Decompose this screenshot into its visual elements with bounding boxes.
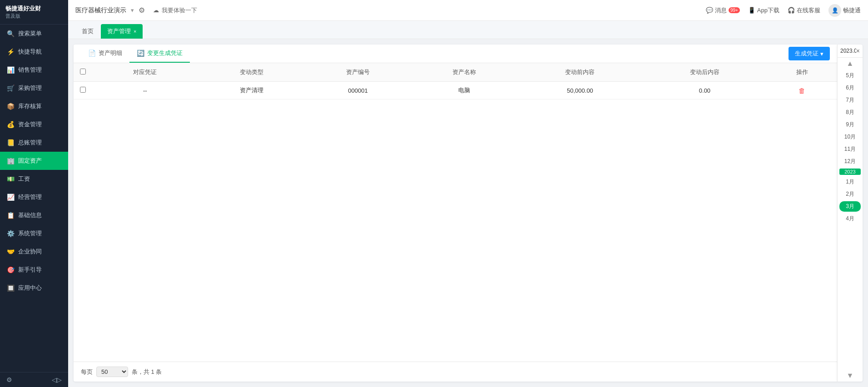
col-header-asset-code: 资产编号	[305, 63, 411, 82]
generate-btn-label: 生成凭证	[795, 50, 818, 58]
data-table: 对应凭证变动类型资产编号资产名称变动前内容变动后内容操作 -- 资产清理 000…	[74, 63, 837, 99]
sidebar-item-finance[interactable]: 💰 资金管理	[0, 115, 68, 134]
customer-service-btn[interactable]: 🎧 在线客服	[788, 6, 820, 15]
sidebar-item-guide[interactable]: 🎯 新手引导	[0, 261, 68, 279]
timeline-month[interactable]: 12月	[838, 155, 863, 168]
sidebar-item-label: 新手引导	[18, 266, 42, 274]
sidebar-item-fixed-assets[interactable]: 🏢 固定资产	[0, 152, 68, 170]
timeline-nav-up[interactable]: ▲	[838, 58, 863, 69]
sidebar-logo: 畅捷通好业财 普及版	[0, 0, 68, 25]
basic-info-icon: 📋	[6, 211, 15, 219]
pagination: 每页 102050100 条，共 1 条	[74, 362, 837, 382]
avatar: 👤	[828, 4, 841, 17]
timeline-nav-down[interactable]: ▼	[838, 370, 863, 382]
per-page-select[interactable]: 102050100	[96, 367, 128, 377]
sidebar-item-ledger[interactable]: 📒 总账管理	[0, 134, 68, 152]
delete-icon[interactable]: 🗑	[799, 87, 805, 94]
timeline-month[interactable]: 2月	[838, 188, 863, 200]
tab-close-icon[interactable]: ×	[134, 29, 136, 34]
sales-icon: 📊	[6, 66, 15, 74]
subtab-change-voucher[interactable]: 🔄变更生成凭证	[129, 45, 190, 63]
timeline-month[interactable]: 3月	[839, 201, 861, 212]
timeline-month[interactable]: 9月	[838, 119, 863, 131]
sidebar-item-operations[interactable]: 📈 经营管理	[0, 188, 68, 206]
generate-voucher-button[interactable]: 生成凭证▾	[789, 47, 830, 60]
gear-icon[interactable]: ⚙	[139, 6, 145, 15]
timeline-month[interactable]: 4月	[838, 213, 863, 225]
settings-icon[interactable]: ⚙	[6, 376, 12, 383]
row-change-type: 资产清理	[198, 82, 304, 99]
app-center-icon: 🔲	[6, 284, 15, 292]
asset-detail-icon: 📄	[88, 50, 96, 57]
col-header-asset-name: 资产名称	[411, 63, 517, 82]
sidebar-item-app-center[interactable]: 🔲 应用中心	[0, 279, 68, 297]
sidebar-item-label: 工资	[18, 175, 30, 183]
timeline-month[interactable]: 7月	[838, 94, 863, 106]
sidebar-item-label: 总账管理	[18, 139, 42, 147]
per-page-label: 每页	[81, 368, 93, 376]
timeline-month[interactable]: 1月	[838, 176, 863, 188]
sidebar-item-label: 经营管理	[18, 193, 42, 201]
experience-text: 我要体验一下	[162, 6, 197, 15]
sidebar-item-label: 搜索菜单	[18, 30, 42, 38]
quick-nav-icon: ⚡	[6, 48, 15, 56]
timeline-title: 2023.03	[840, 48, 856, 54]
row-voucher: --	[92, 82, 198, 99]
sidebar-item-enterprise[interactable]: 🤝 企业协同	[0, 243, 68, 261]
subtab-label: 资产明细	[99, 49, 122, 57]
col-header-change-type: 变动类型	[198, 63, 304, 82]
message-icon: 💬	[706, 7, 713, 14]
sidebar-item-label: 企业协同	[18, 248, 42, 256]
search-icon: 🔍	[6, 30, 15, 38]
tab-home[interactable]: 首页	[75, 24, 100, 39]
content-main: 📄资产明细🔄变更生成凭证生成凭证▾ 对应凭证变动类型资产编号资产名称变动前内容变…	[74, 45, 837, 382]
service-icon: 🎧	[788, 7, 795, 14]
timeline-month[interactable]: 6月	[838, 82, 863, 94]
sidebar-item-system[interactable]: ⚙️ 系统管理	[0, 224, 68, 243]
inventory-icon: 📦	[6, 102, 15, 110]
username: 畅捷通	[843, 6, 861, 15]
select-all-checkbox[interactable]	[80, 69, 86, 74]
timeline-scroll[interactable]: 5月6月7月8月9月10月11月12月20231月2月3月4月	[838, 69, 863, 370]
col-header-checkbox	[74, 63, 92, 82]
collapse-icon[interactable]: ◁▷	[52, 376, 62, 383]
sidebar-item-payroll[interactable]: 💵 工资	[0, 170, 68, 188]
timeline-month[interactable]: 10月	[838, 131, 863, 143]
change-voucher-icon: 🔄	[137, 50, 144, 57]
dropdown-icon[interactable]: ▾	[131, 7, 134, 14]
sidebar-item-label: 应用中心	[18, 284, 42, 292]
col-header-operation: 操作	[767, 63, 837, 82]
sidebar-item-purchase[interactable]: 🛒 采购管理	[0, 79, 68, 97]
subtabs: 📄资产明细🔄变更生成凭证生成凭证▾	[74, 45, 837, 63]
tab-asset-mgmt[interactable]: 资产管理×	[101, 24, 143, 39]
row-checkbox-cell[interactable]	[74, 82, 92, 99]
row-checkbox[interactable]	[80, 87, 86, 93]
app-download-btn[interactable]: 📱 App下载	[748, 6, 779, 15]
finance-icon: 💰	[6, 120, 15, 129]
sidebar-item-search[interactable]: 🔍 搜索菜单	[0, 25, 68, 43]
col-header-after-change: 变动后内容	[642, 63, 767, 82]
sidebar-item-label: 销售管理	[18, 66, 42, 74]
close-icon[interactable]: ×	[856, 47, 860, 55]
sidebar-item-basic-info[interactable]: 📋 基础信息	[0, 206, 68, 224]
col-header-voucher: 对应凭证	[92, 63, 198, 82]
col-header-before-change: 变动前内容	[518, 63, 643, 82]
subtab-label: 变更生成凭证	[147, 49, 183, 57]
sidebar-item-label: 快捷导航	[18, 48, 42, 56]
timeline-month[interactable]: 5月	[838, 69, 863, 82]
tab-label: 资产管理	[107, 27, 131, 35]
total-info: 条，共 1 条	[132, 368, 162, 376]
dropdown-arrow-icon: ▾	[820, 50, 823, 57]
row-operation[interactable]: 🗑	[767, 82, 837, 99]
subtab-asset-detail[interactable]: 📄资产明细	[81, 45, 129, 63]
timeline-month[interactable]: 8月	[838, 106, 863, 119]
sidebar-item-quick-nav[interactable]: ⚡ 快捷导航	[0, 43, 68, 61]
user-area[interactable]: 👤 畅捷通	[828, 4, 861, 17]
sidebar-nav: 🔍 搜索菜单 ⚡ 快捷导航 📊 销售管理 🛒 采购管理 📦 库存核算 💰 资金管…	[0, 25, 68, 372]
sidebar-item-sales[interactable]: 📊 销售管理	[0, 61, 68, 79]
timeline-month[interactable]: 11月	[838, 143, 863, 155]
sidebar-item-inventory[interactable]: 📦 库存核算	[0, 97, 68, 115]
message-btn[interactable]: 💬 消息 99+	[706, 6, 740, 15]
system-icon: ⚙️	[6, 229, 15, 238]
experience-btn[interactable]: ☁ 我要体验一下	[153, 6, 197, 15]
